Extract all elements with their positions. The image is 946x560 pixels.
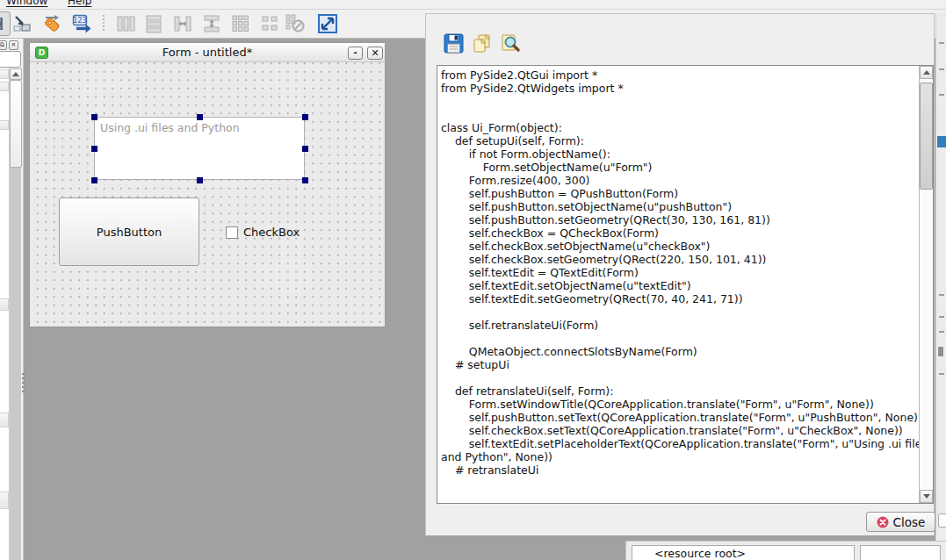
layout-vertical-splitter-button[interactable] xyxy=(199,11,224,36)
property-row-fragment xyxy=(939,94,944,96)
form-window-titlebar[interactable]: D Form - untitled* - ✕ xyxy=(30,43,385,62)
code-line xyxy=(441,371,915,384)
widget-box-scrollbar[interactable] xyxy=(9,68,21,560)
code-line: Form.setObjectName(u"Form") xyxy=(441,161,915,174)
code-view: from PySide2.QtGui import *from PySide2.… xyxy=(437,65,934,504)
selection-handle[interactable] xyxy=(91,177,97,183)
layout-grid-button[interactable] xyxy=(228,11,253,36)
copy-button[interactable] xyxy=(471,32,493,54)
form-canvas[interactable]: Using .ui files and Python PushButton Ch… xyxy=(30,62,385,327)
save-icon xyxy=(443,32,465,54)
code-line: self.pushButton.setObjectName(u"pushButt… xyxy=(441,200,915,213)
svg-text:123: 123 xyxy=(73,17,86,25)
menu-bar: Window Help xyxy=(0,0,946,10)
resource-tree[interactable]: <resource root> xyxy=(632,545,855,560)
code-line: # retranslateUi xyxy=(441,463,915,477)
button-fragment xyxy=(938,513,946,528)
code-line: QMetaObject.connectSlotsByName(Form) xyxy=(441,345,915,358)
code-line: Form.setWindowTitle(QCoreApplication.tra… xyxy=(441,398,915,411)
edit-tab-order-button[interactable]: 123 xyxy=(70,11,95,36)
form-minimize-button[interactable]: - xyxy=(348,47,363,60)
checkbox-indicator[interactable] xyxy=(226,226,238,239)
resource-list[interactable] xyxy=(860,545,941,560)
form-close-button[interactable]: ✕ xyxy=(367,47,383,60)
selection-handle[interactable] xyxy=(91,146,97,152)
edit-signals-slots-button[interactable] xyxy=(10,11,34,36)
code-line: self.textEdit = QTextEdit(Form) xyxy=(441,266,915,279)
widget-category-item[interactable] xyxy=(0,82,9,91)
property-editor-strip xyxy=(935,13,946,541)
form-editor-window: D Form - untitled* - ✕ Using .ui files a… xyxy=(29,42,386,327)
selection-handle[interactable] xyxy=(302,146,308,152)
widget-category-item[interactable] xyxy=(0,69,9,79)
selection-handle[interactable] xyxy=(197,114,203,120)
scrollbar-thumb[interactable] xyxy=(920,83,933,190)
dock-splitter-handle[interactable] xyxy=(22,373,25,394)
code-line: self.textEdit.setObjectName(u"textEdit") xyxy=(441,279,915,292)
property-row-fragment xyxy=(939,42,944,44)
code-line: self.checkBox.setGeometry(QRect(220, 150… xyxy=(441,253,915,266)
code-line: self.textEdit.setGeometry(QRect(70, 40, … xyxy=(441,292,915,305)
checkbox-widget[interactable]: CheckBox xyxy=(226,226,300,239)
layout-horizontal-splitter-icon xyxy=(173,14,192,33)
dock-float-button[interactable]: ⧉ xyxy=(0,40,7,50)
widget-category-item[interactable] xyxy=(0,120,9,130)
close-button[interactable]: Close xyxy=(866,512,935,532)
scroll-down-button[interactable] xyxy=(920,490,933,503)
selection-handle[interactable] xyxy=(197,177,203,183)
break-layout-icon xyxy=(285,13,306,34)
code-line: # setupUi xyxy=(441,358,915,371)
selection-handle[interactable] xyxy=(91,114,97,120)
widget-category-item[interactable] xyxy=(0,298,9,311)
menu-item-window[interactable]: Window xyxy=(6,0,47,7)
layout-horizontal-button[interactable] xyxy=(113,11,138,36)
widget-category-item[interactable] xyxy=(0,413,9,427)
selected-property-row-fragment xyxy=(937,136,946,147)
code-line: self.checkBox = QCheckBox(Form) xyxy=(441,226,915,240)
code-line: class Ui_Form(object): xyxy=(441,121,915,134)
selection-handle[interactable] xyxy=(302,114,308,120)
textedit-placeholder: Using .ui files and Python xyxy=(100,121,240,134)
save-button[interactable] xyxy=(443,32,465,54)
code-line: def retranslateUi(self, Form): xyxy=(441,384,915,398)
find-button[interactable] xyxy=(499,32,521,54)
code-line: self.retranslateUi(Form) xyxy=(441,319,915,332)
pushbutton-widget[interactable]: PushButton xyxy=(59,197,199,266)
scrollbar-thumb[interactable] xyxy=(10,80,22,168)
layout-horizontal-splitter-button[interactable] xyxy=(170,11,195,36)
code-line xyxy=(441,95,915,108)
code-line: self.pushButton.setGeometry(QRect(30, 13… xyxy=(441,213,915,226)
scroll-up-button[interactable] xyxy=(920,66,933,79)
code-line: self.pushButton.setText(QCoreApplication… xyxy=(441,411,915,424)
layout-vertical-button[interactable] xyxy=(141,11,166,36)
textedit-widget[interactable]: Using .ui files and Python xyxy=(94,117,305,180)
triangle-down-icon xyxy=(923,494,930,499)
scroll-up-button[interactable] xyxy=(10,68,22,80)
break-layout-button[interactable] xyxy=(283,11,307,36)
widget-filter-input[interactable] xyxy=(0,51,21,68)
triangle-up-icon xyxy=(12,72,19,76)
close-button-label: Close xyxy=(893,515,926,529)
adjust-size-button[interactable] xyxy=(315,11,340,36)
layout-form-icon xyxy=(261,14,280,33)
edit-widgets-icon xyxy=(0,15,7,32)
edit-buddies-icon xyxy=(42,13,63,34)
x-circle-icon xyxy=(877,516,889,528)
widget-category-item[interactable] xyxy=(0,492,9,509)
code-text[interactable]: from PySide2.QtGui import *from PySide2.… xyxy=(437,66,919,503)
scrollbar-thumb-fragment xyxy=(938,347,943,356)
float-icon: ⧉ xyxy=(0,41,4,48)
dock-close-button[interactable]: ✕ xyxy=(9,40,18,50)
code-line: self.checkBox.setObjectName(u"checkBox") xyxy=(441,240,915,253)
code-preview-dialog: from PySide2.QtGui import *from PySide2.… xyxy=(425,13,935,536)
triangle-up-icon xyxy=(923,70,930,75)
widget-box-list[interactable] xyxy=(0,68,9,560)
code-scrollbar[interactable] xyxy=(919,66,933,503)
widget-box-panel: ⧉ ✕ xyxy=(0,39,24,560)
edit-buddies-button[interactable] xyxy=(40,11,65,36)
code-line: self.textEdit.setPlaceholderText(QCoreAp… xyxy=(441,437,915,450)
code-line: from PySide2.QtWidgets import * xyxy=(441,82,915,95)
menu-item-help[interactable]: Help xyxy=(68,0,91,7)
selection-handle[interactable] xyxy=(302,177,308,183)
layout-form-button[interactable] xyxy=(258,11,283,36)
